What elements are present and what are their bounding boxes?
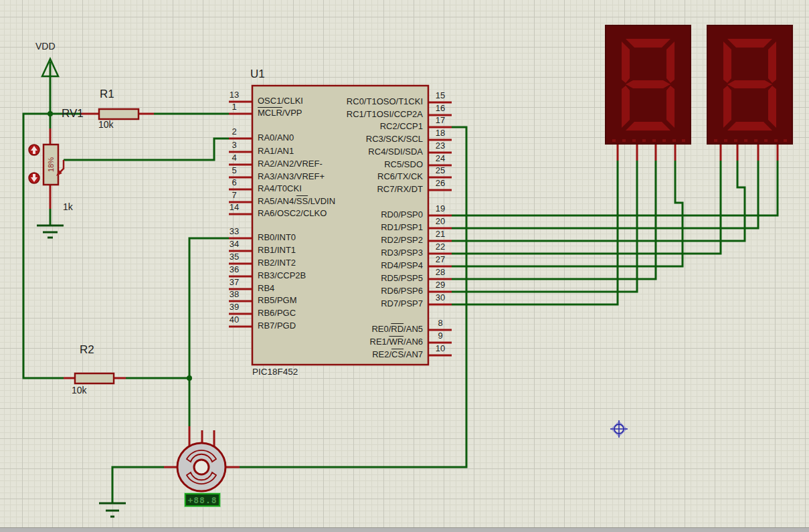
pin-number: 18 [427,128,454,137]
pin-number: 19 [427,204,454,213]
pin-number: 6 [221,178,248,187]
pin-number: 21 [427,230,454,238]
wire-wiper-to-ra0 [64,139,229,160]
pin-number: 30 [427,293,454,302]
pin-number: 37 [221,278,248,286]
pin-label: RC1/T1OSI/CCP2A [288,110,423,119]
pin-number: 29 [427,280,454,289]
pin-number: 15 [427,91,454,100]
pin-number: 10 [427,344,454,353]
wire-rd0 [452,161,778,215]
pin-label: RD2/PSP2 [288,236,423,245]
pin-number: 25 [427,166,454,175]
pin-number: 2 [221,127,248,136]
wire-rd4 [452,161,683,266]
wire-rd3 [452,161,721,254]
pin-number: 27 [427,255,454,264]
pin-label: RD3/PSP3 [288,248,423,258]
pin-number: 35 [221,252,248,261]
pin-number: 38 [221,290,248,298]
canvas-bottom-edge [0,527,809,532]
pin-number: 13 [221,90,248,99]
pin-number: 9 [427,331,454,340]
motor-shaft [194,460,209,474]
pin-number: 23 [427,141,454,150]
pin-label: RA5/AN4/SS/LVDIN [258,197,335,206]
r2-value-label: 10k [72,385,87,395]
pin-number: 20 [427,217,454,226]
pin-number: 40 [221,315,248,324]
pin-number: 26 [427,179,454,187]
pin-number: 14 [221,203,248,211]
rv1-ref-label: RV1 [62,108,84,120]
pin-number: 33 [221,227,248,236]
pin-label: RE0/RD/AN5 [288,325,423,334]
schematic-canvas[interactable]: VDD R1 10k RV1 1k 18% R2 10k U1 PIC18F45… [0,0,809,532]
pin-number: 34 [221,240,248,248]
pin-label: RC0/T1OSO/T1CKI [288,97,423,106]
pin-number: 5 [221,166,248,175]
pin-number: 36 [221,265,248,274]
pot-decrement-button[interactable] [29,173,39,183]
pin-label: RC5/SDO [288,160,423,169]
chip-ref-label: U1 [250,68,265,80]
wire-rd5 [452,161,656,279]
pin-number: 39 [221,302,248,311]
wire-rd6 [452,161,637,292]
ground-symbol-pot[interactable] [37,226,64,238]
pin-label: RC6/TX/CK [288,172,423,181]
r2-ref-label: R2 [80,344,94,356]
pin-label: RD7/PSP7 [288,299,423,308]
pin-label: RC4/SDI/SDA [288,147,423,157]
pin-label: RD4/PSP4 [288,261,423,270]
wire-rd1 [452,161,758,228]
pin-number: 7 [221,191,248,199]
pin-number: 16 [427,104,454,112]
pot-increment-button[interactable] [29,145,39,155]
pin-label: RE2/CS/AN7 [288,350,423,359]
pin-label: RD1/PSP1 [288,223,423,232]
wire-rd7 [452,161,618,304]
pin-label: RD0/PSP0 [288,210,423,219]
pin-label: RD5/PSP5 [288,274,423,283]
motor-rpm-readout: +88.8 [185,493,220,507]
pin-number: 22 [427,242,454,251]
pin-label: RC3/SCK/SCL [288,135,423,144]
vdd-label: VDD [35,41,56,52]
chip-part-label: PIC18F452 [252,367,298,377]
pin-number: 24 [427,154,454,163]
wire-motor-gnd [112,467,164,503]
rv1-value-label: 1k [63,202,73,212]
junction-dots [48,111,192,381]
pin-label: RB4 [258,284,274,293]
pin-number: 1 [221,102,248,111]
resistor-r1-body[interactable] [99,109,139,119]
r1-value-label: 10k [98,120,114,130]
pin-label: RC2/CCP1 [288,122,423,131]
wiper-lead [60,160,64,173]
pin-number: 8 [427,319,454,327]
pin-number: 3 [221,141,248,149]
resistor-r2-body[interactable] [75,373,114,383]
r1-ref-label: R1 [100,88,114,100]
rv1-percent-label: 18% [47,153,55,176]
seven-seg-display-2[interactable] [707,25,792,144]
pin-label: RD6/PSP6 [288,286,423,296]
origin-marker [610,420,628,438]
pin-label: RE1/WR/AN6 [288,337,423,347]
pin-label: RB6/PGC [258,308,296,318]
pin-label: RC7/RX/DT [288,185,423,194]
pin-number: 17 [427,116,454,124]
pin-number: 28 [427,268,454,276]
motor[interactable] [177,443,226,491]
ground-symbol-motor[interactable] [99,503,126,517]
seven-seg-display-1[interactable] [606,25,691,144]
pin-number: 4 [221,153,248,162]
